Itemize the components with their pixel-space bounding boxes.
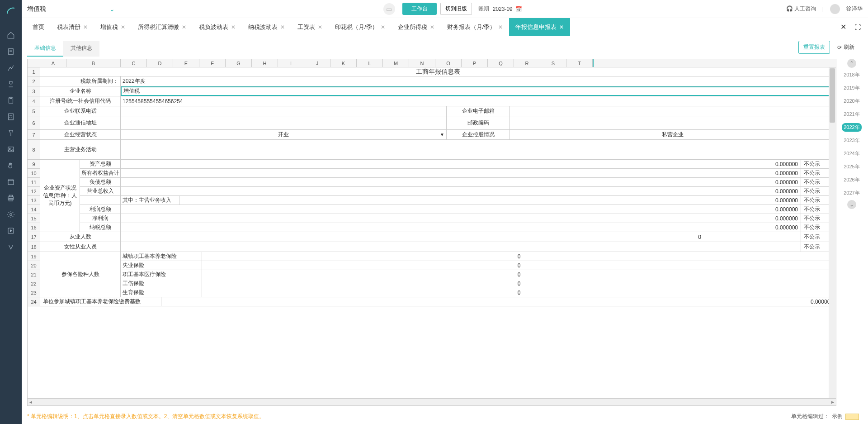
col-Q[interactable]: Q [488, 59, 514, 67]
refresh-button[interactable]: ⟳刷新 [837, 43, 854, 51]
close-all-icon[interactable]: ✕ [840, 23, 846, 31]
tab-税表清册[interactable]: 税表清册✕ [51, 18, 94, 36]
cell-company-name[interactable]: 增值税 [121, 86, 836, 96]
close-icon[interactable]: ✕ [182, 24, 186, 30]
calendar-icon[interactable]: 📅 [515, 6, 522, 12]
close-icon[interactable]: ✕ [559, 24, 564, 30]
tab-首页[interactable]: 首页 [26, 18, 51, 36]
status-select[interactable]: 开业▼ [121, 130, 447, 139]
tab-财务报表（月/季）[interactable]: 财务报表（月/季）✕ [441, 18, 509, 36]
year-2020年[interactable]: 2020年 [842, 97, 861, 105]
nav-tax-icon[interactable] [0, 125, 22, 141]
subtab-basic[interactable]: 基础信息 [27, 41, 63, 57]
select-all-corner[interactable] [28, 59, 40, 67]
period-value[interactable]: 2023-09 [493, 6, 513, 12]
year-2018年[interactable]: 2018年 [842, 71, 861, 79]
tab-税负波动表[interactable]: 税负波动表✕ [193, 18, 242, 36]
close-icon[interactable]: ✕ [280, 24, 285, 30]
spreadsheet: ABCDEFGHIJKLMNOPQRST 1工商年报信息表 2税款所属期间：20… [27, 59, 836, 406]
switch-old-button[interactable]: 切到旧版 [440, 3, 472, 15]
company-dropdown[interactable]: 增值税 ⌄ [27, 5, 115, 13]
close-icon[interactable]: ✕ [430, 24, 434, 30]
tab-工资表[interactable]: 工资表✕ [291, 18, 329, 36]
nav-doc-icon[interactable] [0, 43, 22, 60]
expand-icon[interactable]: ⛶ [854, 24, 861, 31]
username[interactable]: 徐泽华 [846, 5, 863, 13]
col-N[interactable]: N [409, 59, 435, 67]
subtabs: 基础信息 其他信息 [27, 41, 99, 57]
nav-home-icon[interactable] [0, 27, 22, 43]
year-nav: ⌃ 2018年2019年2020年2021年2022年2023年2024年202… [842, 59, 862, 209]
col-S[interactable]: S [540, 59, 566, 67]
nav-archive-icon[interactable] [0, 174, 22, 190]
grid-body[interactable]: 1工商年报信息表 2税款所属期间：2022年度 3企业名称增值税 4注册号/统一… [28, 67, 836, 398]
year-up-icon[interactable]: ⌃ [847, 59, 856, 68]
note-icon[interactable]: ▭ [383, 3, 395, 15]
svg-point-10 [10, 214, 12, 216]
nav-money-icon[interactable] [0, 76, 22, 92]
nav-print-icon[interactable] [0, 190, 22, 206]
col-P[interactable]: P [462, 59, 488, 67]
nav-image-icon[interactable] [0, 141, 22, 157]
year-2024年[interactable]: 2024年 [842, 149, 861, 158]
year-2022年[interactable]: 2022年 [842, 123, 861, 132]
col-C[interactable]: C [121, 59, 147, 67]
workbench-button[interactable]: 工作台 [402, 3, 437, 15]
nav-chart-icon[interactable] [0, 60, 22, 76]
holding-select[interactable]: 私营企业▼ [510, 130, 836, 139]
nav-hand-icon[interactable] [0, 157, 22, 174]
close-icon[interactable]: ✕ [498, 24, 503, 30]
vertical-scrollbar[interactable] [829, 67, 836, 398]
tab-企业所得税[interactable]: 企业所得税✕ [392, 18, 441, 36]
year-2021年[interactable]: 2021年 [842, 110, 861, 119]
sheet-title: 工商年报信息表 [40, 67, 836, 76]
close-icon[interactable]: ✕ [318, 24, 322, 30]
col-G[interactable]: G [226, 59, 252, 67]
tab-所得税汇算清缴[interactable]: 所得税汇算清缴✕ [132, 18, 193, 36]
col-E[interactable]: E [173, 59, 199, 67]
col-F[interactable]: F [199, 59, 226, 67]
col-A[interactable]: A [40, 59, 66, 67]
col-M[interactable]: M [383, 59, 409, 67]
edit-hint: * 单元格编辑说明：1、点击单元格直接录入数值或文本。2、清空单元格数值或文本恢… [27, 413, 264, 420]
tab-纳税波动表[interactable]: 纳税波动表✕ [242, 18, 291, 36]
col-L[interactable]: L [357, 59, 383, 67]
tab-增值税[interactable]: 增值税✕ [94, 18, 132, 36]
col-H[interactable]: H [252, 59, 278, 67]
close-icon[interactable]: ✕ [381, 24, 385, 30]
footer: * 单元格编辑说明：1、点击单元格直接录入数值或文本。2、清空单元格数值或文本恢… [27, 413, 859, 420]
col-R[interactable]: R [514, 59, 540, 67]
year-2027年[interactable]: 2027年 [842, 189, 861, 197]
year-2026年[interactable]: 2026年 [842, 176, 861, 184]
app-logo [4, 4, 18, 18]
close-icon[interactable]: ✕ [121, 24, 125, 30]
col-J[interactable]: J [304, 59, 330, 67]
col-B[interactable]: B [66, 59, 121, 67]
avatar[interactable] [830, 4, 840, 14]
year-down-icon[interactable]: ⌄ [847, 200, 856, 209]
reset-report-button[interactable]: 重置报表 [798, 41, 830, 54]
svg-rect-6 [8, 181, 14, 185]
nav-gear-icon[interactable] [0, 206, 22, 223]
year-2019年[interactable]: 2019年 [842, 84, 861, 92]
subtab-other[interactable]: 其他信息 [63, 41, 99, 57]
year-2023年[interactable]: 2023年 [842, 136, 861, 145]
col-I[interactable]: I [278, 59, 304, 67]
col-T[interactable]: T [566, 59, 593, 67]
refresh-icon: ⟳ [837, 44, 842, 51]
year-2025年[interactable]: 2025年 [842, 162, 861, 171]
nav-v-icon[interactable] [0, 239, 22, 255]
close-icon[interactable]: ✕ [231, 24, 236, 30]
nav-clipboard-icon[interactable] [0, 92, 22, 109]
tab-年报信息申报表[interactable]: 年报信息申报表✕ [509, 18, 570, 36]
consult-link[interactable]: 🎧 人工咨询 [786, 5, 816, 13]
col-O[interactable]: O [435, 59, 462, 67]
horizontal-scrollbar[interactable]: ◄► [28, 398, 836, 405]
tab-印花税（月/季）[interactable]: 印花税（月/季）✕ [329, 18, 392, 36]
nav-play-icon[interactable] [0, 223, 22, 239]
svg-rect-7 [9, 199, 13, 201]
col-K[interactable]: K [330, 59, 357, 67]
close-icon[interactable]: ✕ [83, 24, 88, 30]
nav-calc-icon[interactable] [0, 109, 22, 125]
col-D[interactable]: D [147, 59, 173, 67]
